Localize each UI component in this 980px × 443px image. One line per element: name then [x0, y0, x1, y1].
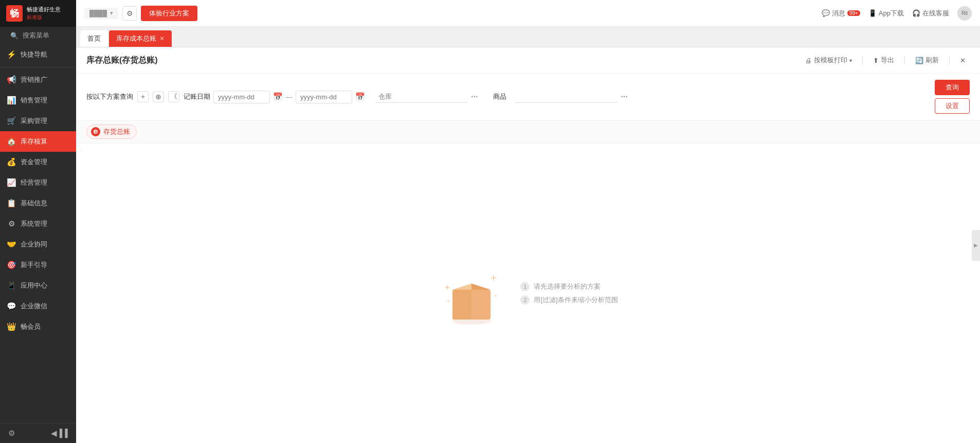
- sidebar-bottom: ⚙ ◀▐▐: [0, 423, 76, 443]
- page-close-btn[interactable]: ✕: [956, 55, 970, 66]
- sidebar-item-inventory[interactable]: 🏠 库存核算: [0, 131, 76, 152]
- tabbar: 首页 库存成本总账 ✕: [76, 27, 980, 47]
- refresh-icon: 🔄: [915, 57, 923, 64]
- print-dropdown-arrow: ▾: [849, 58, 852, 63]
- user-selector[interactable]: ████ ▾: [84, 8, 118, 19]
- quicknav-label: 快捷导航: [21, 50, 47, 59]
- inventory-label: 库存核算: [21, 137, 47, 146]
- topbar-left: ████ ▾ ⚙ 体验行业方案: [84, 6, 197, 21]
- filter-remove-btn[interactable]: ⊕: [153, 91, 164, 102]
- filter-fields-row: 记账日期 📅 — 📅 ··· 商品 ···: [184, 91, 931, 103]
- finance-label: 资金管理: [21, 157, 47, 167]
- sidebar-item-apps[interactable]: 📱 应用中心: [0, 275, 76, 296]
- svg-point-11: [447, 300, 449, 302]
- filter-action-area: 查询 设置: [935, 80, 970, 114]
- online-support-label: 在线客服: [922, 9, 949, 18]
- search-icon: 🔍: [10, 32, 19, 40]
- filter-bar: 按以下方案查询 ＋ ⊕ 《 记账日期 📅 — 📅 ···: [76, 74, 980, 120]
- tab-close-btn[interactable]: ✕: [159, 35, 165, 42]
- query-btn[interactable]: 查询: [935, 80, 970, 95]
- sidebar-item-system[interactable]: ⚙ 系统管理: [0, 214, 76, 234]
- industry-btn[interactable]: 体验行业方案: [141, 6, 197, 21]
- quicknav-icon: ⚡: [6, 49, 16, 60]
- print-btn[interactable]: 🖨 按模板打印 ▾: [801, 54, 856, 67]
- app-download-btn[interactable]: 📱 App下载: [868, 9, 904, 18]
- avatar-text: Rit: [961, 10, 968, 16]
- sidebar-item-quicknav[interactable]: ⚡ 快捷导航: [0, 44, 76, 65]
- newbie-label: 新手引导: [21, 260, 47, 270]
- sidebar-item-member[interactable]: 👑 畅会员: [0, 316, 76, 337]
- date-end-input[interactable]: [296, 91, 352, 103]
- logo-title: 畅捷通好生意: [27, 6, 61, 13]
- svg-rect-6: [452, 290, 471, 320]
- filter-add-btn[interactable]: ＋: [137, 91, 149, 102]
- newbie-icon: 🎯: [6, 260, 16, 270]
- topbar: ████ ▾ ⚙ 体验行业方案 💬 消息 99+ 📱 App下载 🎧 在线客服: [76, 0, 980, 27]
- date-start-input[interactable]: [213, 91, 270, 103]
- goods-label: 商品: [493, 92, 506, 101]
- scheme-icon: ⊕: [91, 127, 100, 136]
- settings-bottom-icon[interactable]: ⚙: [8, 429, 15, 438]
- search-menu-label: 搜索菜单: [23, 31, 49, 40]
- date-start-calendar-icon[interactable]: 📅: [273, 92, 283, 101]
- divider-1: [862, 56, 863, 64]
- sidebar-item-cooperation[interactable]: 🤝 企业协同: [0, 234, 76, 255]
- svg-marker-4: [452, 283, 471, 290]
- logo-icon: 畅: [6, 5, 23, 22]
- basic-label: 基础信息: [21, 199, 47, 208]
- audio-bottom-icon[interactable]: ◀▐▐: [51, 429, 68, 438]
- sidebar-item-newbie[interactable]: 🎯 新手引导: [0, 255, 76, 275]
- sales-icon: 📊: [6, 95, 16, 105]
- sidebar-item-wechat[interactable]: 💬 企业微信: [0, 296, 76, 316]
- settings-btn[interactable]: 设置: [935, 98, 970, 114]
- apps-label: 应用中心: [21, 281, 47, 290]
- export-btn[interactable]: ⬆ 导出: [869, 54, 898, 67]
- tab-inventory-ledger[interactable]: 库存成本总账 ✕: [109, 30, 172, 47]
- sidebar-item-marketing[interactable]: 📢 营销推广: [0, 69, 76, 90]
- message-icon: 💬: [822, 9, 830, 17]
- user-dropdown-arrow: ▾: [110, 10, 113, 16]
- empty-hint-2: 2 用[过滤]条件来缩小分析范围: [520, 293, 618, 307]
- sidebar-item-sales[interactable]: 📊 销售管理: [0, 90, 76, 111]
- goods-input[interactable]: [515, 91, 618, 103]
- message-badge: 99+: [847, 10, 860, 16]
- hint-2-num: 2: [520, 295, 530, 305]
- app-download-icon: 📱: [868, 9, 877, 17]
- print-label: 按模板打印: [814, 56, 847, 65]
- hint-1-num: 1: [520, 282, 530, 291]
- sidebar-item-purchase[interactable]: 🛒 采购管理: [0, 111, 76, 131]
- topbar-right: 💬 消息 99+ 📱 App下载 🎧 在线客服 Rit: [822, 6, 972, 21]
- main-wrapper: ████ ▾ ⚙ 体验行业方案 💬 消息 99+ 📱 App下载 🎧 在线客服: [76, 0, 980, 443]
- apps-icon: 📱: [6, 280, 16, 291]
- sidebar-item-finance[interactable]: 💰 资金管理: [0, 152, 76, 172]
- sidebar-item-operation[interactable]: 📈 经营管理: [0, 172, 76, 193]
- refresh-btn[interactable]: 🔄 刷新: [911, 54, 943, 67]
- online-support-btn[interactable]: 🎧 在线客服: [912, 9, 949, 18]
- warehouse-more-btn[interactable]: ···: [471, 92, 478, 101]
- page-title: 库存总账(存货总账): [86, 55, 158, 66]
- warehouse-input[interactable]: [375, 91, 468, 103]
- user-avatar[interactable]: Rit: [957, 6, 972, 21]
- goods-more-btn[interactable]: ···: [621, 92, 627, 101]
- filter-date-field: 记账日期 📅 — 📅: [184, 91, 365, 103]
- empty-state: 1 请先选择要分析的方案 2 用[过滤]条件来缩小分析范围: [76, 144, 980, 443]
- member-label: 畅会员: [21, 322, 41, 331]
- scheme-item[interactable]: ⊕ 存货总账: [86, 125, 137, 139]
- marketing-icon: 📢: [6, 75, 16, 85]
- date-end-calendar-icon[interactable]: 📅: [355, 92, 365, 101]
- page-header-actions: 🖨 按模板打印 ▾ ⬆ 导出 🔄 刷新 ✕: [801, 54, 970, 67]
- topbar-settings-btn[interactable]: ⚙: [122, 6, 137, 21]
- svg-point-12: [495, 295, 497, 297]
- sidebar: 畅 畅捷通好生意 标准版 🔍 搜索菜单 ⚡ 快捷导航 📢 营销推广 📊 销售管理…: [0, 0, 76, 443]
- message-btn[interactable]: 💬 消息 99+: [822, 9, 860, 18]
- tab-home[interactable]: 首页: [80, 30, 108, 47]
- filter-collapse-btn[interactable]: 《: [168, 91, 179, 102]
- right-panel-toggle[interactable]: ▶: [972, 230, 980, 261]
- search-menu[interactable]: 🔍 搜索菜单: [0, 27, 76, 44]
- filter-warehouse-field: ···: [375, 91, 478, 103]
- hint-1-text: 请先选择要分析的方案: [534, 280, 601, 293]
- sidebar-item-basic[interactable]: 📋 基础信息: [0, 193, 76, 214]
- purchase-label: 采购管理: [21, 116, 47, 126]
- svg-marker-5: [471, 283, 491, 290]
- scheme-bar: ⊕ 存货总账: [76, 120, 980, 144]
